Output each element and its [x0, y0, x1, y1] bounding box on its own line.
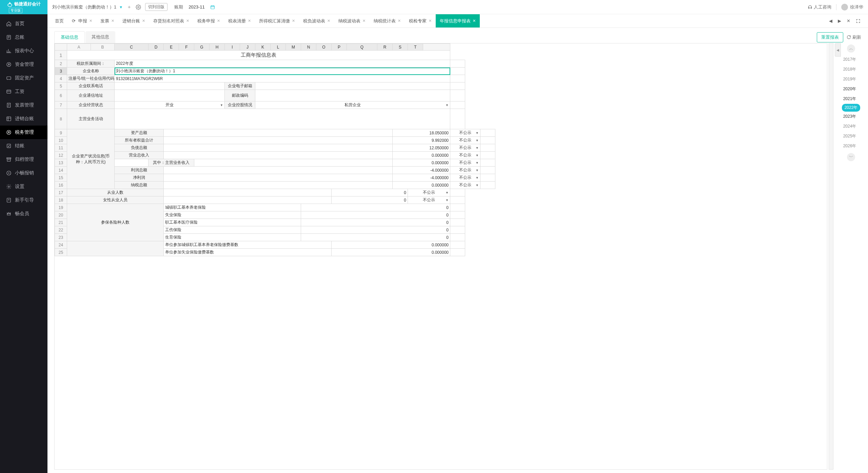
- account-selector[interactable]: 刘小艳演示账套（勿删勿动！）1 ▼: [52, 4, 123, 10]
- column-header[interactable]: T: [408, 44, 423, 51]
- value-cell[interactable]: 0: [301, 211, 450, 219]
- sidebar-item-close[interactable]: 结账: [0, 139, 47, 153]
- value-cell[interactable]: 刘小艳演示账套（勿删勿动！）1: [115, 68, 450, 75]
- value-cell[interactable]: 0.000000: [332, 249, 450, 256]
- user-menu[interactable]: 徐泽华: [841, 4, 863, 11]
- value-cell[interactable]: 0: [332, 196, 408, 204]
- value-cell[interactable]: 0.000000: [393, 182, 450, 189]
- calendar-icon[interactable]: [210, 5, 215, 10]
- sidebar-item-fund[interactable]: 资金管理: [0, 58, 47, 71]
- sidebar-item-tax[interactable]: 税务管理: [0, 126, 47, 139]
- empty-cell[interactable]: [164, 167, 393, 174]
- tab[interactable]: 纳税波动表✕: [334, 14, 370, 27]
- vertical-scrollbar[interactable]: [829, 43, 833, 470]
- row-header[interactable]: 5: [55, 82, 67, 90]
- column-header[interactable]: G: [194, 44, 210, 51]
- empty-cell[interactable]: [450, 189, 465, 196]
- empty-cell[interactable]: [450, 234, 465, 241]
- year-item[interactable]: 2022年: [842, 104, 861, 112]
- tab-close-all-icon[interactable]: ✕: [845, 17, 852, 25]
- row-header[interactable]: 6: [55, 90, 67, 101]
- year-item[interactable]: 2019年: [842, 74, 861, 84]
- tab[interactable]: 税务申报✕: [193, 14, 224, 27]
- empty-cell[interactable]: [164, 144, 393, 152]
- sidebar-item-salary[interactable]: 工资: [0, 85, 47, 98]
- sidebar-item-archive[interactable]: 归档管理: [0, 153, 47, 166]
- horizontal-scrollbar[interactable]: [55, 464, 827, 469]
- empty-cell[interactable]: [164, 152, 393, 159]
- close-icon[interactable]: ✕: [186, 19, 189, 23]
- year-item[interactable]: 2017年: [842, 55, 861, 64]
- column-header[interactable]: E: [164, 44, 179, 51]
- value-cell[interactable]: 12.050000: [393, 144, 450, 152]
- row-header[interactable]: 20: [55, 211, 67, 219]
- value-cell[interactable]: 单位参加失业保险缴费基数: [164, 249, 332, 256]
- empty-cell[interactable]: [480, 137, 495, 144]
- tab-prev-icon[interactable]: ◀: [828, 17, 834, 25]
- logo[interactable]: 畅捷通好会计 专业版: [0, 0, 47, 14]
- empty-cell[interactable]: [164, 174, 393, 182]
- refresh-button[interactable]: 刷新: [847, 34, 861, 40]
- value-cell[interactable]: 0.000000: [393, 159, 450, 167]
- sidebar-item-stock[interactable]: 进销台账: [0, 112, 47, 126]
- sidebar-item-invoice[interactable]: 发票管理: [0, 98, 47, 112]
- year-item[interactable]: 2025年: [842, 131, 861, 141]
- tab[interactable]: 发票✕: [96, 14, 118, 27]
- column-header[interactable]: P: [332, 44, 347, 51]
- value-cell[interactable]: 工伤保险: [164, 226, 301, 234]
- dropdown-cell[interactable]: 不公示▼: [408, 196, 450, 204]
- tab[interactable]: 税检专家✕: [405, 14, 436, 27]
- add-icon[interactable]: ＋: [127, 4, 132, 10]
- close-icon[interactable]: ✕: [142, 19, 145, 23]
- empty-cell[interactable]: [164, 137, 393, 144]
- value-cell[interactable]: 职工基本医疗保险: [164, 219, 301, 226]
- column-header[interactable]: L: [271, 44, 286, 51]
- close-icon[interactable]: ✕: [292, 19, 295, 23]
- dropdown-cell[interactable]: 不公示▼: [450, 152, 480, 159]
- dropdown-cell[interactable]: 不公示▼: [450, 129, 480, 137]
- year-item[interactable]: 2020年: [842, 84, 861, 94]
- dropdown-cell[interactable]: 不公示▼: [450, 137, 480, 144]
- sub-tab[interactable]: 其他信息: [85, 31, 115, 43]
- column-header[interactable]: A: [67, 44, 91, 51]
- empty-cell[interactable]: [450, 219, 465, 226]
- row-header[interactable]: 24: [55, 241, 67, 249]
- column-header[interactable]: O: [316, 44, 332, 51]
- empty-cell[interactable]: [115, 82, 225, 90]
- consult-button[interactable]: 人工咨询: [808, 4, 831, 10]
- close-icon[interactable]: ✕: [89, 19, 92, 23]
- value-cell[interactable]: 0: [301, 234, 450, 241]
- row-header[interactable]: 1: [55, 51, 67, 60]
- tab[interactable]: 进销台账✕: [118, 14, 149, 27]
- tab[interactable]: 纳税统计表✕: [370, 14, 405, 27]
- column-header[interactable]: [55, 44, 67, 51]
- row-header[interactable]: 22: [55, 226, 67, 234]
- sidebar-item-vip[interactable]: 畅会员: [0, 207, 47, 221]
- sidebar-item-guide[interactable]: 新手引导: [0, 193, 47, 207]
- empty-cell[interactable]: [480, 152, 495, 159]
- empty-cell[interactable]: [450, 68, 465, 75]
- value-cell[interactable]: -4.000000: [393, 167, 450, 174]
- column-header[interactable]: J: [240, 44, 255, 51]
- period-value[interactable]: 2023-11: [189, 4, 205, 10]
- value-cell[interactable]: 91320811MA7NGR2W6R: [115, 75, 450, 82]
- dropdown-cell[interactable]: 不公示▼: [450, 167, 480, 174]
- tab[interactable]: 存货别名对照表✕: [149, 14, 193, 27]
- row-header[interactable]: 25: [55, 249, 67, 256]
- year-up-icon[interactable]: ︿: [847, 44, 855, 53]
- column-header[interactable]: K: [255, 44, 271, 51]
- close-icon[interactable]: ✕: [248, 19, 251, 23]
- value-cell[interactable]: 0.000000: [393, 152, 450, 159]
- empty-cell[interactable]: [480, 144, 495, 152]
- value-cell[interactable]: 0: [301, 226, 450, 234]
- column-header[interactable]: Q: [347, 44, 377, 51]
- row-header[interactable]: 18: [55, 196, 67, 204]
- empty-cell[interactable]: [164, 129, 393, 137]
- tab[interactable]: 首页: [51, 14, 68, 27]
- empty-cell[interactable]: [450, 109, 465, 129]
- close-icon[interactable]: ✕: [217, 19, 220, 23]
- close-icon[interactable]: ✕: [473, 19, 476, 23]
- row-header[interactable]: 19: [55, 204, 67, 211]
- dropdown-cell[interactable]: 私营企业▼: [255, 101, 450, 109]
- row-header[interactable]: 17: [55, 189, 67, 196]
